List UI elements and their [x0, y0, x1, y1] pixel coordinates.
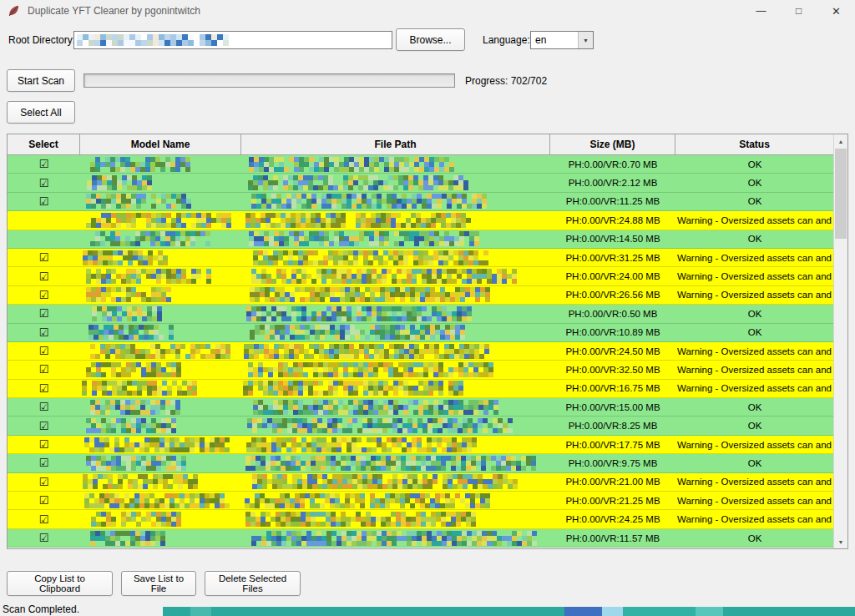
- select-cell[interactable]: ☑: [8, 286, 80, 304]
- row-checkbox[interactable]: ☑: [39, 290, 49, 300]
- status-cell: Warning - Oversized assets can and V: [675, 267, 834, 285]
- model-name-cell: [80, 249, 241, 266]
- select-cell[interactable]: ☑: [8, 436, 80, 453]
- redacted-model-name: [86, 213, 231, 228]
- start-scan-button[interactable]: Start Scan: [7, 69, 75, 92]
- select-cell[interactable]: ☑: [8, 380, 80, 397]
- table-row[interactable]: ☑PH:0.00/VR:10.89 MBOK: [8, 324, 834, 342]
- select-cell[interactable]: ☑: [8, 249, 80, 266]
- status-cell: Warning - Oversized assets can and V: [675, 342, 834, 360]
- table-row[interactable]: ☑PH:0.00/VR:11.57 MBOK: [8, 529, 834, 548]
- row-checkbox[interactable]: ☑: [39, 383, 49, 394]
- row-checkbox[interactable]: ☑: [39, 252, 49, 263]
- column-header-select[interactable]: Select: [8, 134, 80, 155]
- row-checkbox[interactable]: ☑: [39, 477, 49, 487]
- row-checkbox[interactable]: ☑: [39, 401, 49, 412]
- file-path-cell: [241, 155, 550, 173]
- select-cell[interactable]: ☑: [8, 510, 80, 528]
- redacted-file-path: [250, 287, 493, 302]
- row-checkbox[interactable]: ☑: [39, 178, 49, 189]
- table-row[interactable]: ☑PH:0.00/VR:0.50 MBOK: [8, 305, 834, 323]
- row-checkbox[interactable]: ☑: [39, 457, 49, 468]
- row-checkbox[interactable]: ☑: [39, 271, 49, 282]
- select-cell[interactable]: ☑: [8, 305, 80, 322]
- scroll-up-icon[interactable]: ▲: [834, 134, 847, 148]
- row-checkbox[interactable]: ☑: [39, 308, 49, 319]
- size-cell: PH:0.00/VR:15.00 MB: [550, 398, 675, 416]
- column-header-status[interactable]: Status: [675, 134, 834, 155]
- column-header-model-name[interactable]: Model Name: [80, 134, 241, 155]
- redacted-file-path: [246, 269, 518, 284]
- table-row[interactable]: ☑PH:0.00/VR:32.50 MBWarning - Oversized …: [8, 361, 834, 379]
- table-row[interactable]: ☑PH:0.00/VR:21.25 MBWarning - Oversized …: [8, 492, 834, 510]
- copy-list-button[interactable]: Copy List to Clipboard: [7, 571, 113, 596]
- redacted-file-path: [253, 250, 488, 265]
- row-checkbox[interactable]: ☑: [39, 533, 49, 543]
- redacted-model-name: [90, 157, 195, 172]
- table-row[interactable]: ☑PH:0.00/VR:0.70 MBOK: [8, 155, 834, 174]
- status-cell: OK: [675, 454, 834, 472]
- column-header-size[interactable]: Size (MB): [550, 134, 675, 155]
- select-cell[interactable]: ☑: [8, 454, 80, 472]
- row-checkbox[interactable]: ☑: [39, 327, 49, 338]
- select-cell[interactable]: ☑: [8, 193, 80, 210]
- select-cell[interactable]: ☑: [8, 492, 80, 509]
- table-row[interactable]: ☑PH:0.00/VR:11.25 MBOK: [8, 193, 834, 211]
- vertical-scrollbar[interactable]: ▲ ▼: [833, 134, 847, 548]
- root-directory-input[interactable]: [73, 31, 392, 49]
- table-row[interactable]: ☑PH:0.00/VR:26.56 MBWarning - Oversized …: [8, 286, 834, 305]
- browse-button[interactable]: Browse...: [396, 28, 465, 51]
- table-row[interactable]: PH:0.00/VR:24.88 MBWarning - Oversized a…: [8, 211, 834, 230]
- table-row[interactable]: ☑PH:0.00/VR:24.25 MBWarning - Oversized …: [8, 510, 834, 528]
- row-checkbox[interactable]: ☑: [39, 514, 49, 525]
- column-header-file-path[interactable]: File Path: [241, 134, 550, 155]
- table-row[interactable]: ☑PH:0.00/VR:8.25 MBOK: [8, 417, 834, 435]
- file-path-cell: [241, 174, 550, 191]
- row-checkbox[interactable]: ☑: [39, 346, 49, 356]
- close-button[interactable]: ✕: [817, 0, 855, 22]
- select-cell[interactable]: ☑: [8, 417, 80, 434]
- select-cell[interactable]: ☑: [8, 324, 80, 341]
- table-row[interactable]: ☑PH:0.00/VR:9.75 MBOK: [8, 454, 834, 472]
- redacted-model-name: [89, 325, 177, 340]
- row-checkbox[interactable]: ☑: [39, 495, 49, 506]
- results-table: Select Model Name File Path Size (MB) St…: [7, 134, 848, 549]
- row-checkbox[interactable]: ☑: [39, 159, 49, 169]
- table-row[interactable]: ☑PH:0.00/VR:17.75 MBWarning - Oversized …: [8, 436, 834, 454]
- select-cell[interactable]: ☑: [8, 529, 80, 547]
- select-cell[interactable]: ☑: [8, 174, 80, 191]
- save-list-button[interactable]: Save List to File: [121, 571, 196, 596]
- select-all-button[interactable]: Select All: [7, 101, 75, 124]
- table-row[interactable]: ☑PH:0.00/VR:24.00 MBWarning - Oversized …: [8, 267, 834, 285]
- table-row[interactable]: ☑PH:0.00/VR:15.00 MBOK: [8, 398, 834, 417]
- select-cell[interactable]: ☑: [8, 473, 80, 491]
- scrollbar-thumb[interactable]: [835, 149, 847, 239]
- redacted-model-name: [82, 381, 197, 396]
- table-row[interactable]: ☑PH:0.00/VR:31.25 MBWarning - Oversized …: [8, 249, 834, 267]
- chevron-down-icon[interactable]: ▼: [578, 32, 593, 48]
- redacted-model-name: [86, 269, 213, 284]
- table-row[interactable]: ☑PH:0.00/VR:21.00 MBWarning - Oversized …: [8, 473, 834, 492]
- select-cell[interactable]: ☑: [8, 342, 80, 360]
- maximize-button[interactable]: □: [780, 0, 817, 22]
- select-cell[interactable]: [8, 230, 80, 248]
- select-cell[interactable]: ☑: [8, 398, 80, 416]
- model-name-cell: [80, 267, 241, 285]
- table-row[interactable]: PH:0.00/VR:14.50 MBOK: [8, 230, 834, 249]
- row-checkbox[interactable]: ☑: [39, 439, 49, 450]
- table-row[interactable]: ☑PH:0.00/VR:16.75 MBWarning - Oversized …: [8, 380, 834, 398]
- row-checkbox[interactable]: ☑: [39, 421, 49, 432]
- select-cell[interactable]: ☑: [8, 361, 80, 378]
- row-checkbox[interactable]: ☑: [39, 364, 49, 375]
- delete-selected-button[interactable]: Delete Selected Files: [205, 571, 301, 596]
- scroll-down-icon[interactable]: ▼: [834, 535, 847, 548]
- select-cell[interactable]: ☑: [8, 155, 80, 173]
- minimize-button[interactable]: —: [742, 0, 780, 22]
- select-cell[interactable]: [8, 211, 80, 229]
- table-row[interactable]: ☑PH:0.00/VR:2.12 MBOK: [8, 174, 834, 192]
- language-select[interactable]: en ▼: [530, 31, 594, 49]
- table-row[interactable]: ☑PH:0.00/VR:24.50 MBWarning - Oversized …: [8, 342, 834, 361]
- file-path-cell: [241, 324, 550, 341]
- row-checkbox[interactable]: ☑: [39, 196, 49, 207]
- select-cell[interactable]: ☑: [8, 267, 80, 285]
